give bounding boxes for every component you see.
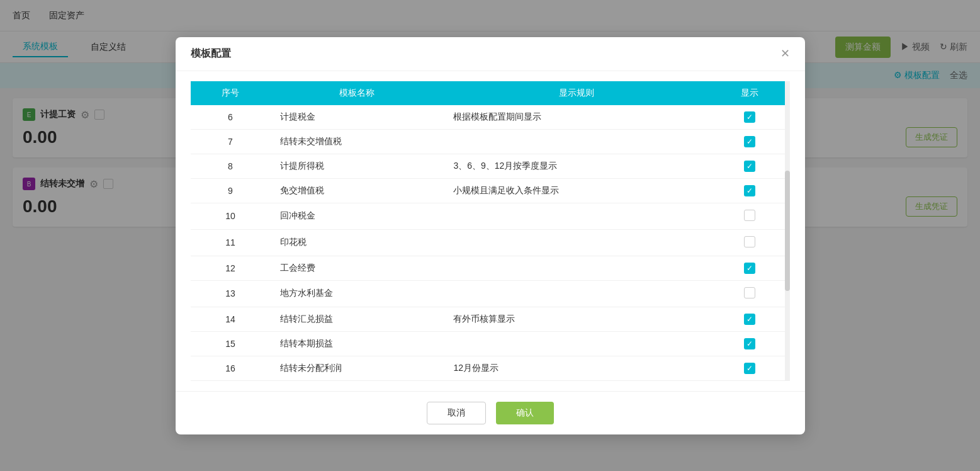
cell-rule [443,256,709,280]
cell-index: 7 [191,129,271,154]
cell-show[interactable] [710,129,790,154]
cell-name: 工会经费 [270,256,443,280]
dialog-title: 模板配置 [191,47,231,60]
cell-index: 6 [191,105,271,130]
table-row: 6计提税金根据模板配置期间显示 [191,105,790,130]
col-show: 显示 [710,81,790,105]
table-wrapper: 序号 模板名称 显示规则 显示 6计提税金根据模板配置期间显示7结转未交增值税8… [191,81,790,381]
table-row: 9免交增值税小规模且满足收入条件显示 [191,178,790,203]
cell-index: 12 [191,256,271,280]
cell-name: 回冲税金 [270,203,443,229]
confirm-button[interactable]: 确认 [496,402,554,424]
show-checkbox[interactable] [744,236,755,247]
cell-index: 8 [191,154,271,178]
show-checkbox[interactable] [744,263,755,274]
cell-show[interactable] [710,203,790,229]
cell-show[interactable] [710,256,790,280]
modal-overlay: 模板配置 ✕ 序号 模板名称 显示规则 显示 6计提税金根据模板配置期间显 [0,0,980,471]
cell-name: 免交增值税 [270,178,443,203]
template-config-dialog: 模板配置 ✕ 序号 模板名称 显示规则 显示 6计提税金根据模板配置期间显 [176,37,805,434]
scrollbar-thumb[interactable] [785,171,790,290]
cell-name: 计提所得税 [270,154,443,178]
cell-name: 结转汇兑损益 [270,307,443,331]
cell-rule: 12月份显示 [443,356,709,380]
show-checkbox[interactable] [744,210,755,221]
cell-name: 结转未交增值税 [270,129,443,154]
table-row: 14结转汇兑损益有外币核算显示 [191,307,790,331]
table-row: 10回冲税金 [191,203,790,229]
cell-rule [443,203,709,229]
cell-index: 14 [191,307,271,331]
table-row: 11印花税 [191,229,790,256]
cell-name: 印花税 [270,229,443,256]
cell-rule: 3、6、9、12月按季度显示 [443,154,709,178]
cell-index: 11 [191,229,271,256]
scrollbar-track[interactable] [785,81,790,381]
cell-index: 10 [191,203,271,229]
col-rule: 显示规则 [443,81,709,105]
table-body: 6计提税金根据模板配置期间显示7结转未交增值税8计提所得税3、6、9、12月按季… [191,105,790,381]
table-row: 12工会经费 [191,256,790,280]
cell-rule [443,229,709,256]
dialog-footer: 取消 确认 [176,391,805,434]
cell-index: 16 [191,356,271,380]
cell-name: 结转本期损益 [270,331,443,356]
show-checkbox[interactable] [744,136,755,147]
cell-name: 地方水利基金 [270,280,443,307]
cell-show[interactable] [710,178,790,203]
table-header: 序号 模板名称 显示规则 显示 [191,81,790,105]
show-checkbox[interactable] [744,363,755,374]
col-name: 模板名称 [270,81,443,105]
cell-rule: 小规模且满足收入条件显示 [443,178,709,203]
show-checkbox[interactable] [744,185,755,196]
show-checkbox[interactable] [744,338,755,349]
show-checkbox[interactable] [744,161,755,172]
show-checkbox[interactable] [744,314,755,325]
dialog-close-button[interactable]: ✕ [780,48,790,59]
cell-rule: 根据模板配置期间显示 [443,105,709,130]
cell-show[interactable] [710,154,790,178]
cell-rule [443,331,709,356]
cell-index: 9 [191,178,271,203]
table-row: 15结转本期损益 [191,331,790,356]
table-row: 7结转未交增值税 [191,129,790,154]
table-row: 13地方水利基金 [191,280,790,307]
cell-index: 13 [191,280,271,307]
table-row: 16结转未分配利润12月份显示 [191,356,790,380]
show-checkbox[interactable] [744,287,755,298]
config-table: 序号 模板名称 显示规则 显示 6计提税金根据模板配置期间显示7结转未交增值税8… [191,81,790,381]
cell-name: 结转未分配利润 [270,356,443,380]
table-row: 8计提所得税3、6、9、12月按季度显示 [191,154,790,178]
cell-show[interactable] [710,229,790,256]
dialog-body: 序号 模板名称 显示规则 显示 6计提税金根据模板配置期间显示7结转未交增值税8… [176,71,805,391]
cell-show[interactable] [710,105,790,130]
cell-show[interactable] [710,331,790,356]
col-index: 序号 [191,81,271,105]
cell-rule [443,280,709,307]
cell-index: 15 [191,331,271,356]
cell-show[interactable] [710,280,790,307]
show-checkbox[interactable] [744,111,755,123]
dialog-header: 模板配置 ✕ [176,37,805,71]
cell-rule [443,129,709,154]
cancel-button[interactable]: 取消 [427,402,486,424]
cell-name: 计提税金 [270,105,443,130]
cell-show[interactable] [710,356,790,380]
cell-rule: 有外币核算显示 [443,307,709,331]
cell-show[interactable] [710,307,790,331]
